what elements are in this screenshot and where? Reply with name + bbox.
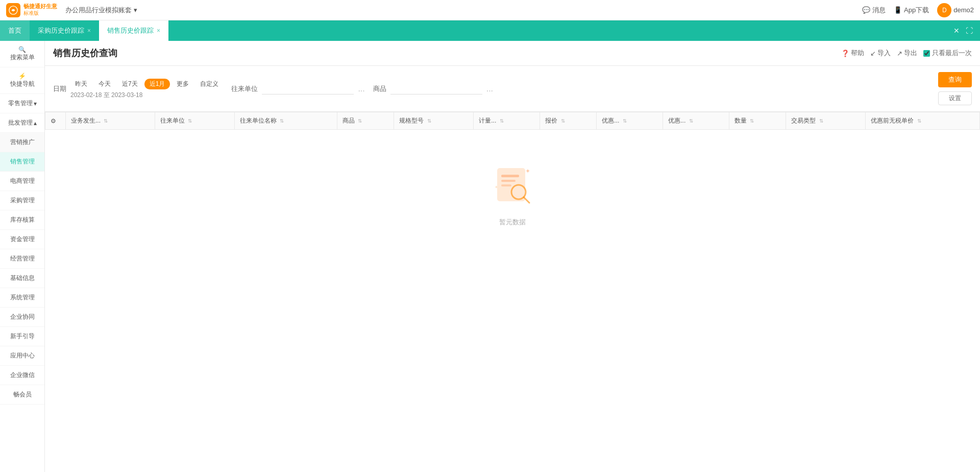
th-gear: ⚙ [45, 112, 66, 130]
search-icon: 🔍 [2, 46, 42, 53]
th-discount1[interactable]: 优惠... ⇅ [597, 112, 663, 130]
sidebar-app-center-label: 应用中心 [2, 351, 42, 360]
content-body: ⚙ 业务发生... ⇅ 往来单位 ⇅ 往来单位名称 ⇅ 商品 ⇅ 规格型号 ⇅ … [45, 112, 980, 472]
sidebar-item-corp-wechat[interactable]: 企业微信 [0, 366, 44, 385]
tab-home[interactable]: 首页 [0, 20, 30, 41]
user-menu[interactable]: D demo2 [937, 3, 974, 17]
sidebar-sales-mgmt-label: 销售管理 [2, 157, 42, 166]
only-last-checkbox-label[interactable]: 只看最后一次 [923, 49, 972, 58]
sidebar-item-inventory[interactable]: 库存核算 [0, 210, 44, 230]
date-btn-yesterday[interactable]: 昨天 [70, 78, 92, 90]
sort-icon-unit: ⇅ [500, 118, 504, 124]
empty-text: 暂元数据 [499, 218, 526, 227]
logo-text-block: 畅捷通好生意 标准版 [23, 3, 57, 17]
sidebar-item-purchase[interactable]: 采购管理 [0, 191, 44, 210]
sidebar-item-quick-nav[interactable]: ⚡ 快捷导航 [0, 67, 44, 94]
purchase-history-close-icon[interactable]: × [87, 27, 91, 34]
sidebar-item-wholesale[interactable]: 批发管理 ▴ [0, 113, 44, 133]
th-goods[interactable]: 商品 ⇅ [337, 112, 394, 130]
sidebar-item-ecomm[interactable]: 电商管理 [0, 172, 44, 191]
sidebar-item-member[interactable]: 畅会员 [0, 385, 44, 405]
sidebar-member-label: 畅会员 [2, 390, 42, 399]
sidebar-item-sys-mgmt[interactable]: 系统管理 [0, 288, 44, 308]
th-quoted-price[interactable]: 报价 ⇅ [540, 112, 597, 130]
date-filter-label: 日期 [53, 84, 66, 93]
sidebar-retail-label: 零售管理 [8, 99, 33, 108]
import-button[interactable]: ↙ 导入 [870, 49, 891, 58]
sidebar-item-search[interactable]: 🔍 搜索菜单 [0, 41, 44, 67]
date-btn-more[interactable]: 更多 [172, 78, 193, 90]
date-btn-custom[interactable]: 自定义 [195, 78, 223, 90]
partner-filter-label: 往来单位 [231, 84, 258, 93]
table-container: ⚙ 业务发生... ⇅ 往来单位 ⇅ 往来单位名称 ⇅ 商品 ⇅ 规格型号 ⇅ … [45, 112, 980, 472]
th-partner-name[interactable]: 往来单位名称 ⇅ [234, 112, 337, 130]
partner-dots-icon[interactable]: ... [358, 84, 364, 93]
th-discount2[interactable]: 优惠... ⇅ [663, 112, 729, 130]
tab-purchase-history[interactable]: 采购历史价跟踪 × [30, 20, 99, 41]
date-btn-today[interactable]: 今天 [94, 78, 115, 90]
window-maximize-icon[interactable]: ⛶ [966, 27, 974, 35]
sidebar-item-new-guide[interactable]: 新手引导 [0, 327, 44, 346]
sidebar-item-finance[interactable]: 资金管理 [0, 230, 44, 249]
help-button[interactable]: ❓ 帮助 [841, 49, 864, 58]
query-button[interactable]: 查询 [938, 72, 972, 87]
sidebar-quick-nav-label: 快捷导航 [2, 80, 42, 88]
top-bar-right: 💬 消息 📱 App下载 D demo2 [862, 3, 974, 17]
sidebar-corp-wechat-label: 企业微信 [2, 371, 42, 380]
sidebar-item-operations[interactable]: 经营管理 [0, 249, 44, 269]
sidebar-marketing-label: 营销推广 [2, 138, 42, 147]
logo-icon [6, 3, 20, 17]
msg-icon: 💬 [862, 6, 870, 14]
window-buttons: ✕ ⛶ [953, 27, 980, 35]
action-buttons: 查询 设置 [938, 72, 972, 105]
date-buttons: 昨天 今天 近7天 近1月 更多 自定义 [70, 78, 223, 90]
th-spec[interactable]: 规格型号 ⇅ [394, 112, 474, 130]
svg-rect-2 [501, 175, 519, 177]
only-last-checkbox[interactable] [923, 50, 930, 57]
sidebar-purchase-label: 采购管理 [2, 196, 42, 205]
sidebar-item-retail[interactable]: 零售管理 ▾ [0, 94, 44, 113]
app-download-button[interactable]: 📱 App下载 [894, 6, 929, 15]
date-btn-7days[interactable]: 近7天 [117, 78, 142, 90]
gear-icon[interactable]: ⚙ [51, 117, 56, 125]
empty-svg: ✦ ✦ [487, 160, 538, 211]
sidebar-item-enterprise[interactable]: 企业协同 [0, 308, 44, 327]
window-close-icon[interactable]: ✕ [953, 27, 962, 35]
import-label: 导入 [877, 49, 891, 58]
app-selector[interactable]: 办公用品行业模拟账套 ▾ [61, 6, 141, 15]
th-biz-date[interactable]: 业务发生... ⇅ [66, 112, 155, 130]
purchase-history-tab-label: 采购历史价跟踪 [38, 26, 84, 35]
date-filter-col: 昨天 今天 近7天 近1月 更多 自定义 2023-02-18 至 2023-0… [70, 78, 223, 100]
msg-button[interactable]: 💬 消息 [862, 6, 886, 15]
sales-history-close-icon[interactable]: × [157, 27, 160, 34]
app-selector-chevron: ▾ [134, 6, 137, 14]
date-btn-1month[interactable]: 近1月 [144, 79, 170, 89]
th-unit[interactable]: 计量... ⇅ [474, 112, 540, 130]
sidebar-inventory-label: 库存核算 [2, 216, 42, 224]
th-trade-type[interactable]: 交易类型 ⇅ [786, 112, 866, 130]
partner-filter-group: 往来单位 ... [231, 83, 364, 95]
goods-input[interactable] [390, 83, 482, 95]
empty-image: ✦ ✦ [487, 160, 538, 211]
th-qty[interactable]: 数量 ⇅ [729, 112, 786, 130]
msg-label: 消息 [872, 6, 886, 15]
import-icon: ↙ [870, 50, 876, 57]
th-partner-code[interactable]: 往来单位 ⇅ [155, 112, 234, 130]
svg-text:✦: ✦ [495, 185, 498, 190]
empty-state: ✦ ✦ 暂元数据 [45, 130, 980, 257]
export-button[interactable]: ↗ 导出 [897, 49, 917, 58]
tab-sales-history[interactable]: 销售历史价跟踪 × [99, 20, 168, 41]
date-filter-group: 日期 昨天 今天 近7天 近1月 更多 自定义 2023-02-18 至 202… [53, 78, 223, 100]
page-actions: ❓ 帮助 ↙ 导入 ↗ 导出 只看最后一次 [841, 49, 972, 58]
svg-rect-4 [501, 184, 511, 186]
sidebar-item-marketing[interactable]: 营销推广 [0, 133, 44, 152]
th-no-tax-price[interactable]: 优惠前无税单价 ⇅ [866, 112, 980, 130]
goods-dots-icon[interactable]: ... [486, 84, 493, 93]
settings-button[interactable]: 设置 [938, 91, 972, 105]
retail-chevron-icon: ▾ [34, 100, 37, 107]
sidebar-item-basic-info[interactable]: 基础信息 [0, 269, 44, 288]
sidebar-item-sales-mgmt[interactable]: 销售管理 [0, 152, 44, 172]
sidebar-item-app-center[interactable]: 应用中心 [0, 346, 44, 366]
partner-input[interactable] [262, 83, 354, 95]
sort-icon-discount1: ⇅ [623, 118, 627, 124]
